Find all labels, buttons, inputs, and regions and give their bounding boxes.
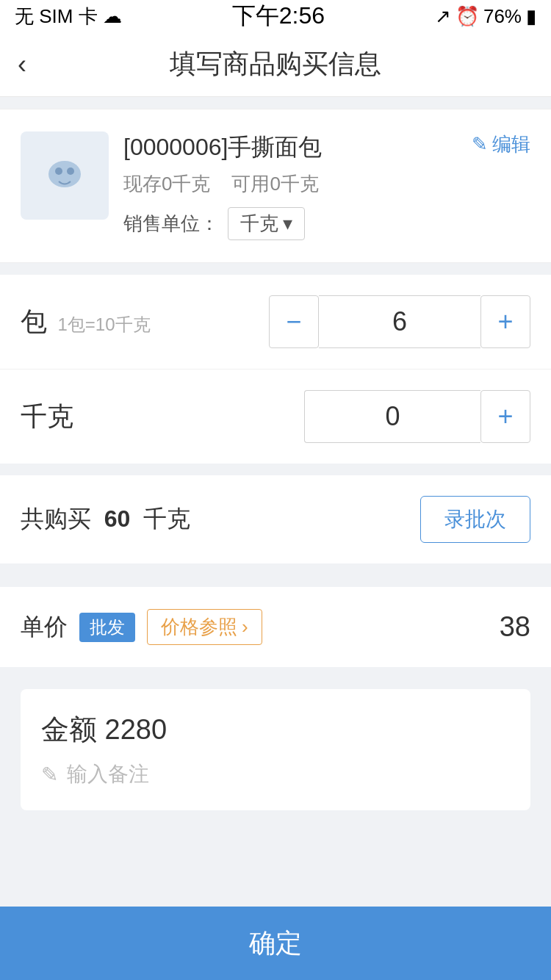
note-placeholder: 输入备注 [67, 760, 149, 788]
status-time: 下午2:56 [232, 0, 325, 32]
amount-row: 金额 2280 ✎ 输入备注 [21, 689, 530, 810]
total-text: 共购买 60 千克 [21, 503, 190, 536]
confirm-button[interactable]: 确定 [0, 907, 551, 980]
note-row[interactable]: ✎ 输入备注 [41, 760, 510, 788]
status-bar: 无 SIM 卡 ☁ 下午2:56 ↗ ⏰ 76% ▮ [0, 0, 551, 32]
battery-level: 76% [483, 5, 522, 28]
status-left: 无 SIM 卡 ☁ [15, 4, 122, 29]
svg-point-2 [67, 167, 74, 175]
price-label: 单价 [21, 611, 68, 644]
quantity-bao-input[interactable] [319, 295, 480, 348]
edit-button[interactable]: ✎ 编辑 [472, 131, 530, 157]
product-image [21, 131, 109, 220]
chevron-down-icon: ▾ [283, 212, 292, 235]
location-icon: ↗ [435, 5, 451, 28]
quantity-row-kg: 千克 + [0, 370, 551, 464]
status-right: ↗ ⏰ 76% ▮ [435, 5, 536, 28]
quantity-section: 包 1包=10千克 − + 千克 + [0, 275, 551, 464]
alarm-icon: ⏰ [455, 5, 479, 28]
price-row: 单价 批发 价格参照 › 38 [21, 609, 530, 645]
svg-point-1 [55, 167, 62, 175]
total-row: 共购买 60 千克 录批次 [0, 475, 551, 563]
section-separator-2 [0, 464, 551, 475]
price-section: 单价 批发 价格参照 › 38 [0, 587, 551, 667]
page-title: 填写商品购买信息 [170, 46, 381, 82]
product-unit-row: 销售单位： 千克 ▾ [123, 207, 530, 240]
quantity-row-bao: 包 1包=10千克 − + [0, 275, 551, 370]
quantity-label-bao: 包 1包=10千克 [21, 304, 269, 340]
product-stock: 现存0千克 可用0千克 [123, 171, 530, 197]
batch-button[interactable]: 录批次 [420, 496, 530, 543]
footer: 确定 [0, 907, 551, 980]
price-ref-button[interactable]: 价格参照 › [147, 609, 262, 645]
decrement-bao-button[interactable]: − [269, 295, 319, 348]
product-info: [0000006]手撕面包 现存0千克 可用0千克 销售单位： 千克 ▾ [123, 131, 530, 240]
back-button[interactable]: ‹ [18, 49, 26, 80]
battery-icon: ▮ [526, 5, 536, 28]
section-separator-3 [0, 563, 551, 575]
unit-select[interactable]: 千克 ▾ [228, 207, 305, 240]
quantity-label-kg: 千克 [21, 399, 304, 435]
product-card: [0000006]手撕面包 现存0千克 可用0千克 销售单位： 千克 ▾ ✎ 编… [0, 109, 551, 263]
product-name: [0000006]手撕面包 [123, 131, 530, 164]
quantity-controls-bao: − + [269, 295, 530, 348]
amount-section: 金额 2280 ✎ 输入备注 [0, 667, 551, 859]
pencil-icon: ✎ [41, 763, 58, 787]
quantity-kg-input[interactable] [304, 390, 480, 443]
quantity-controls-kg: + [304, 390, 530, 443]
edit-icon: ✎ [472, 133, 488, 156]
price-value: 38 [500, 611, 530, 643]
section-separator-1 [0, 263, 551, 275]
increment-kg-button[interactable]: + [480, 390, 530, 443]
increment-bao-button[interactable]: + [480, 295, 530, 348]
amount-text: 金额 2280 [41, 711, 510, 749]
price-tag: 批发 [79, 613, 135, 642]
nav-bar: ‹ 填写商品购买信息 [0, 32, 551, 97]
chevron-right-icon: › [242, 616, 248, 638]
